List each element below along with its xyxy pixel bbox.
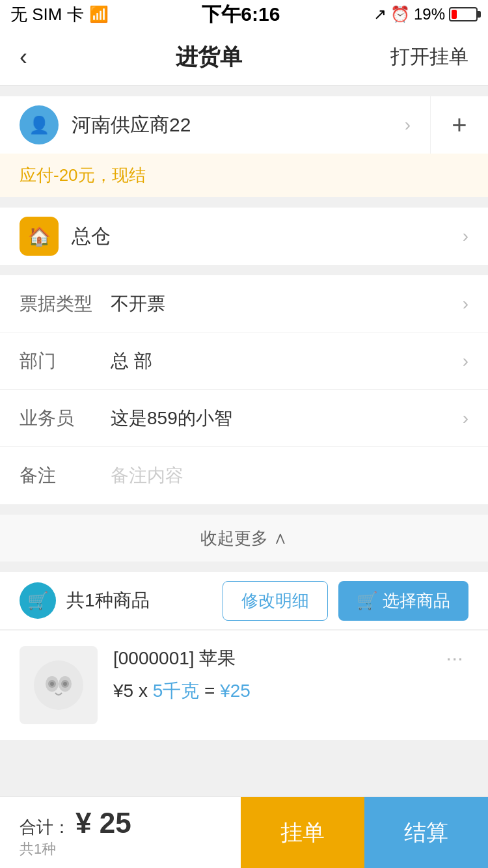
product-thumbnail [20, 646, 98, 724]
battery-icon [449, 7, 478, 21]
price-total: ¥25 [220, 681, 251, 701]
invoice-type-row[interactable]: 票据类型 不开票 › [0, 275, 488, 332]
select-icon: 🛒 [357, 591, 377, 611]
svg-point-6 [63, 682, 67, 686]
svg-point-5 [50, 682, 54, 686]
total-section: 合计： ¥ 25 共1种 [0, 797, 241, 868]
battery-percent: 19% [414, 5, 445, 23]
cart-icon: 🛒 [27, 591, 48, 611]
product-price: ¥5 x 5千克 = ¥25 [113, 679, 425, 703]
supplier-name: 河南供应商22 [72, 112, 191, 139]
price-equals: = [199, 681, 220, 701]
invoice-type-label: 票据类型 [20, 292, 111, 316]
salesperson-row[interactable]: 业务员 这是859的小智 › [0, 390, 488, 447]
collapse-label: 收起更多 ∧ [200, 527, 287, 550]
products-left: 🛒 共1种商品 [20, 582, 150, 619]
svg-point-0 [34, 660, 83, 710]
status-bar: 无 SIM 卡 📶 下午6:16 ↗ ⏰ 19% [0, 0, 488, 29]
remark-placeholder: 备注内容 [111, 463, 468, 488]
chevron-right-icon: › [463, 226, 468, 247]
product-owl-icon [33, 659, 85, 711]
products-header: 🛒 共1种商品 修改明细 🛒 选择商品 [0, 572, 488, 629]
salesperson-value: 这是859的小智 [111, 406, 468, 431]
select-label: 选择商品 [383, 590, 450, 612]
product-item: [0000001] 苹果 ¥5 x 5千克 = ¥25 ··· [0, 631, 488, 740]
hang-button[interactable]: 挂单 [241, 797, 364, 868]
chevron-right-icon: › [405, 115, 411, 135]
product-name: [0000001] 苹果 [113, 646, 425, 671]
price-qty: 5千克 [153, 681, 200, 701]
department-row[interactable]: 部门 总 部 › [0, 332, 488, 390]
open-hang-button[interactable]: 打开挂单 [390, 44, 468, 70]
products-cart-icon: 🛒 [20, 582, 56, 619]
page-title: 进货单 [176, 42, 242, 72]
nav-bar: ‹ 进货单 打开挂单 [0, 29, 488, 86]
warehouse-name: 总仓 [72, 223, 111, 250]
chevron-right-icon: › [463, 408, 468, 429]
department-value: 总 部 [111, 349, 468, 373]
supplier-selector[interactable]: 👤 河南供应商22 › [0, 96, 431, 154]
avatar-icon: 👤 [29, 115, 49, 135]
products-count: 共1种商品 [66, 588, 150, 613]
remark-label: 备注 [20, 463, 111, 488]
wifi-icon: 📶 [89, 5, 109, 23]
edit-detail-button[interactable]: 修改明细 [223, 581, 328, 621]
supplier-section: 👤 河南供应商22 › + [0, 96, 488, 154]
salesperson-label: 业务员 [20, 406, 111, 431]
notice-text: 应付-20元，现结 [20, 165, 146, 185]
price-base: ¥5 x [113, 681, 153, 701]
warehouse-icon: 🏠 [20, 217, 59, 256]
avatar: 👤 [20, 105, 59, 144]
status-left: 无 SIM 卡 📶 [10, 3, 109, 26]
notice-bar: 应付-20元，现结 [0, 154, 488, 197]
collapse-row[interactable]: 收起更多 ∧ [0, 515, 488, 562]
total-row: 合计： ¥ 25 [20, 807, 221, 839]
chevron-right-icon: › [463, 293, 468, 314]
products-buttons: 修改明细 🛒 选择商品 [223, 581, 468, 621]
department-label: 部门 [20, 349, 111, 373]
form-section: 票据类型 不开票 › 部门 总 部 › 业务员 这是859的小智 › 备注 备注… [0, 275, 488, 504]
product-more-button[interactable]: ··· [441, 646, 468, 670]
back-button[interactable]: ‹ [20, 44, 27, 71]
status-right: ↗ ⏰ 19% [373, 5, 478, 23]
invoice-type-value: 不开票 [111, 292, 468, 316]
warehouse-section: 🏠 总仓 › [0, 208, 488, 265]
alarm-icon: ⏰ [390, 5, 410, 23]
remark-row[interactable]: 备注 备注内容 [0, 447, 488, 504]
chevron-right-icon: › [463, 351, 468, 372]
settle-button[interactable]: 结算 [364, 797, 488, 868]
select-product-button[interactable]: 🛒 选择商品 [338, 581, 468, 621]
total-label: 合计： [20, 816, 70, 839]
total-sub: 共1种 [20, 839, 221, 859]
location-icon: ↗ [373, 5, 386, 23]
carrier-text: 无 SIM 卡 [10, 3, 84, 26]
add-supplier-button[interactable]: + [431, 96, 488, 154]
product-info: [0000001] 苹果 ¥5 x 5千克 = ¥25 [113, 646, 425, 703]
warehouse-selector[interactable]: 🏠 总仓 › [0, 208, 488, 265]
total-amount: ¥ 25 [75, 807, 131, 839]
bottom-bar: 合计： ¥ 25 共1种 挂单 结算 [0, 796, 488, 868]
status-time: 下午6:16 [202, 1, 280, 28]
